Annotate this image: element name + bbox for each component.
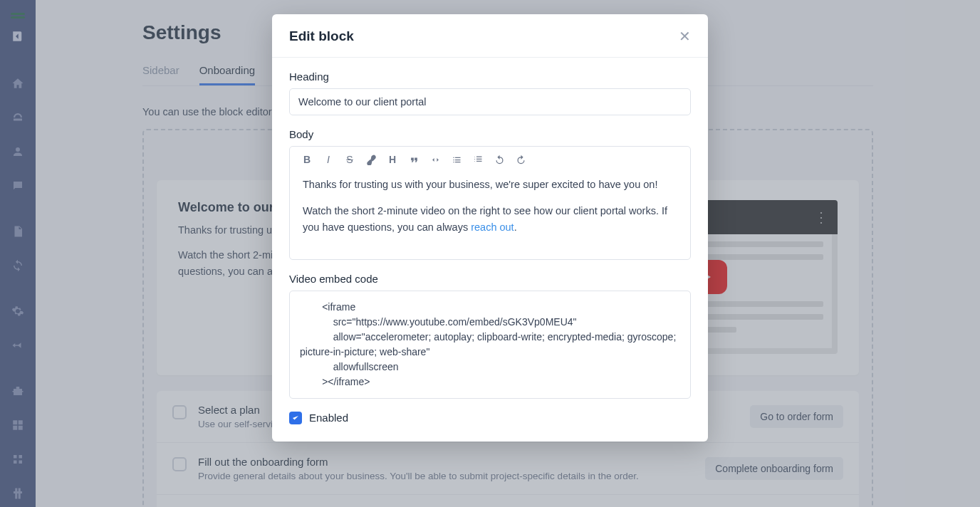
- editor-toolbar: B I S H: [290, 147, 690, 172]
- modal-title: Edit block: [289, 28, 354, 44]
- video-code-label: Video embed code: [289, 273, 691, 285]
- body-paragraph: Thanks for trusting us with your busines…: [303, 177, 677, 193]
- body-editor: B I S H Thanks for trusting us with your…: [289, 146, 691, 260]
- bullet-list-icon[interactable]: [451, 154, 462, 165]
- link-icon[interactable]: [365, 154, 377, 165]
- strikethrough-icon[interactable]: S: [344, 154, 355, 165]
- undo-icon[interactable]: [494, 154, 505, 165]
- code-icon[interactable]: [429, 154, 441, 165]
- reach-out-link[interactable]: reach out: [471, 221, 514, 233]
- italic-icon[interactable]: I: [323, 154, 334, 165]
- video-code-input[interactable]: <iframe src="https://www.youtube.com/emb…: [289, 291, 691, 399]
- edit-block-modal: Edit block ✕ Heading Body B I S H: [272, 14, 708, 441]
- body-textarea[interactable]: Thanks for trusting us with your busines…: [290, 172, 690, 259]
- enabled-checkbox[interactable]: [289, 412, 302, 424]
- modal-close-button[interactable]: ✕: [679, 29, 691, 43]
- quote-icon[interactable]: [408, 154, 419, 165]
- body-paragraph: Watch the short 2-minute video on the ri…: [303, 203, 677, 236]
- redo-icon[interactable]: [515, 154, 526, 165]
- bold-icon[interactable]: B: [301, 154, 313, 165]
- heading-input[interactable]: [289, 88, 691, 115]
- modal-overlay[interactable]: Edit block ✕ Heading Body B I S H: [0, 0, 980, 507]
- heading-label: Heading: [289, 70, 691, 83]
- ordered-list-icon[interactable]: [472, 154, 484, 165]
- body-label: Body: [289, 128, 691, 140]
- heading-icon[interactable]: H: [387, 154, 398, 165]
- enabled-label[interactable]: Enabled: [309, 412, 348, 424]
